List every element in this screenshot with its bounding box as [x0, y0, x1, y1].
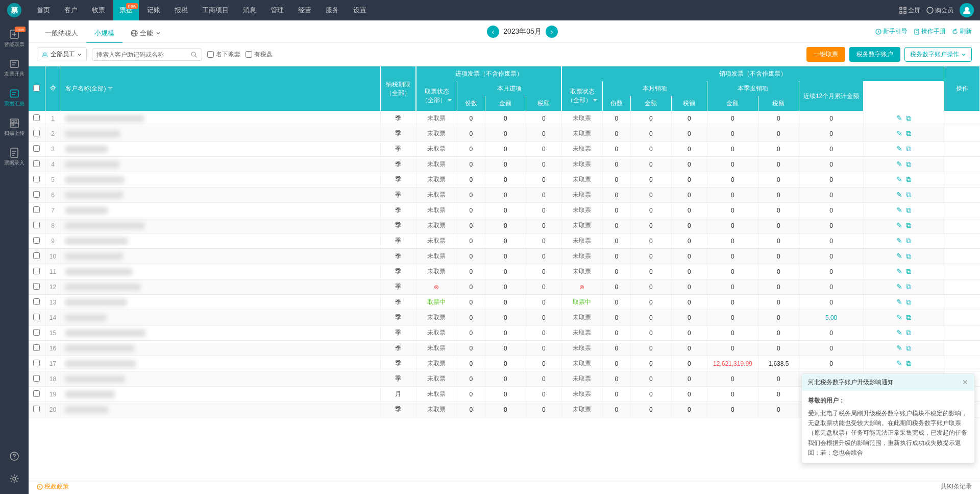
- row-in-status[interactable]: 未取票: [416, 371, 457, 387]
- sidebar-item-summary[interactable]: 票据汇总: [0, 84, 29, 111]
- row-out-status[interactable]: 未取票: [561, 142, 602, 157]
- sidebar-item-help[interactable]: [7, 447, 21, 465]
- nav-home[interactable]: 首页: [31, 0, 56, 20]
- copy-btn-6[interactable]: ⧉: [906, 191, 911, 199]
- row-out-status[interactable]: 未取票: [561, 387, 602, 402]
- edit-btn-15[interactable]: ✎: [896, 328, 902, 337]
- row-in-status[interactable]: 未取票: [416, 341, 457, 356]
- row-checkbox-4[interactable]: [33, 160, 40, 167]
- row-in-status[interactable]: 未取票: [416, 233, 457, 249]
- row-in-status[interactable]: 未取票: [416, 111, 457, 126]
- copy-btn-2[interactable]: ⧉: [906, 129, 911, 137]
- row-in-status[interactable]: 未取票: [416, 264, 457, 279]
- row-out-status[interactable]: 未取票: [561, 187, 602, 203]
- edit-btn-7[interactable]: ✎: [896, 206, 902, 214]
- edit-btn-8[interactable]: ✎: [896, 221, 902, 229]
- under-ledger-checkbox[interactable]: [207, 51, 214, 58]
- row-out-status[interactable]: 未取票: [561, 310, 602, 325]
- row-checkbox-10[interactable]: [33, 252, 40, 259]
- notif-close-btn[interactable]: ✕: [962, 378, 968, 386]
- tab-general-taxpayer[interactable]: 一般纳税人: [37, 24, 86, 43]
- sidebar-item-smart-fetch[interactable]: new 智能取票: [0, 25, 29, 52]
- nav-message[interactable]: 消息: [237, 0, 262, 20]
- row-checkbox-7[interactable]: [33, 206, 40, 213]
- edit-btn-13[interactable]: ✎: [896, 298, 902, 306]
- nav-invoice[interactable]: 票据 new: [113, 0, 139, 20]
- copy-btn-3[interactable]: ⧉: [906, 145, 911, 153]
- th-in-fetch-status[interactable]: 取票状态（全部）: [416, 81, 457, 111]
- nav-settings[interactable]: 设置: [347, 0, 373, 20]
- copy-btn-17[interactable]: ⧉: [906, 359, 911, 367]
- nav-manage[interactable]: 管理: [264, 0, 290, 20]
- row-checkbox-15[interactable]: [33, 329, 40, 336]
- employee-filter[interactable]: 全部员工: [37, 48, 87, 61]
- nav-operation[interactable]: 经营: [292, 0, 317, 20]
- row-checkbox-13[interactable]: [33, 298, 40, 305]
- copy-btn-1[interactable]: ⧉: [906, 114, 911, 122]
- row-in-status[interactable]: 未取票: [416, 249, 457, 264]
- row-checkbox-19[interactable]: [33, 390, 40, 397]
- row-out-status[interactable]: 未取票: [561, 157, 602, 172]
- row-out-status[interactable]: 未取票: [561, 249, 602, 264]
- nav-receipt[interactable]: 收票: [86, 0, 111, 20]
- copy-btn-5[interactable]: ⧉: [906, 175, 911, 183]
- period-prev-btn[interactable]: ‹: [487, 26, 499, 38]
- one-click-fetch-btn[interactable]: 一键取票: [806, 47, 845, 62]
- row-in-status[interactable]: 未取票: [416, 310, 457, 325]
- edit-btn-11[interactable]: ✎: [896, 267, 902, 275]
- row-out-status[interactable]: 未取票: [561, 233, 602, 249]
- row-out-status[interactable]: 未取票: [561, 402, 602, 417]
- member-btn[interactable]: 购会员: [926, 6, 953, 15]
- row-checkbox-2[interactable]: [33, 130, 40, 136]
- copy-btn-12[interactable]: ⧉: [906, 283, 911, 291]
- th-tax-period[interactable]: 纳税期限（全部）: [380, 66, 416, 111]
- row-in-status[interactable]: 未取票: [416, 157, 457, 172]
- tax-account-btn[interactable]: 税务数字账户: [849, 47, 900, 62]
- sidebar-item-record[interactable]: 票据录入: [0, 143, 29, 171]
- row-in-status[interactable]: 未取票: [416, 325, 457, 341]
- row-in-status[interactable]: 取票中: [416, 295, 457, 310]
- manual-btn[interactable]: 操作手册: [914, 27, 946, 36]
- nav-client[interactable]: 客户: [58, 0, 84, 20]
- new-guide-btn[interactable]: 新手引导: [875, 27, 908, 36]
- row-out-status[interactable]: 未取票: [561, 126, 602, 142]
- edit-btn-17[interactable]: ✎: [896, 359, 902, 367]
- row-out-status[interactable]: 未取票: [561, 371, 602, 387]
- sidebar-item-settings2[interactable]: [7, 469, 21, 488]
- nav-service[interactable]: 服务: [320, 0, 345, 20]
- row-in-status[interactable]: 未取票: [416, 356, 457, 371]
- edit-btn-16[interactable]: ✎: [896, 344, 902, 352]
- row-out-status[interactable]: 未取票: [561, 341, 602, 356]
- row-in-status[interactable]: 未取票: [416, 203, 457, 218]
- select-all-checkbox[interactable]: [33, 85, 40, 91]
- row-out-status[interactable]: 未取票: [561, 356, 602, 371]
- copy-btn-10[interactable]: ⧉: [906, 252, 911, 260]
- row-checkbox-17[interactable]: [33, 360, 40, 366]
- tax-account-op-btn[interactable]: 税务数字账户操作: [904, 47, 972, 62]
- row-out-status[interactable]: ⊗: [561, 279, 602, 295]
- row-checkbox-1[interactable]: [33, 114, 40, 121]
- refresh-btn[interactable]: 刷新: [952, 27, 972, 36]
- row-checkbox-8[interactable]: [33, 222, 40, 228]
- copy-btn-4[interactable]: ⧉: [906, 160, 911, 168]
- sidebar-item-open-invoice[interactable]: 发票开具: [0, 54, 29, 82]
- edit-btn-9[interactable]: ✎: [896, 237, 902, 245]
- copy-btn-8[interactable]: ⧉: [906, 221, 911, 229]
- row-in-status[interactable]: 未取票: [416, 126, 457, 142]
- copy-btn-11[interactable]: ⧉: [906, 267, 911, 275]
- nav-business[interactable]: 工商项目: [196, 0, 235, 20]
- row-in-status[interactable]: ⊗: [416, 279, 457, 295]
- client-search-input[interactable]: [96, 51, 188, 58]
- edit-btn-5[interactable]: ✎: [896, 175, 902, 183]
- row-out-status[interactable]: 未取票: [561, 111, 602, 126]
- th-out-fetch-status[interactable]: 取票状态（全部）: [561, 81, 602, 111]
- row-in-status[interactable]: 未取票: [416, 172, 457, 187]
- edit-btn-1[interactable]: ✎: [896, 114, 902, 122]
- edit-btn-6[interactable]: ✎: [896, 191, 902, 199]
- edit-btn-10[interactable]: ✎: [896, 252, 902, 260]
- edit-btn-14[interactable]: ✎: [896, 313, 902, 321]
- row-checkbox-5[interactable]: [33, 176, 40, 182]
- tax-policy-link[interactable]: 税政政策: [37, 482, 69, 491]
- edit-btn-2[interactable]: ✎: [896, 129, 902, 137]
- period-next-btn[interactable]: ›: [546, 26, 558, 38]
